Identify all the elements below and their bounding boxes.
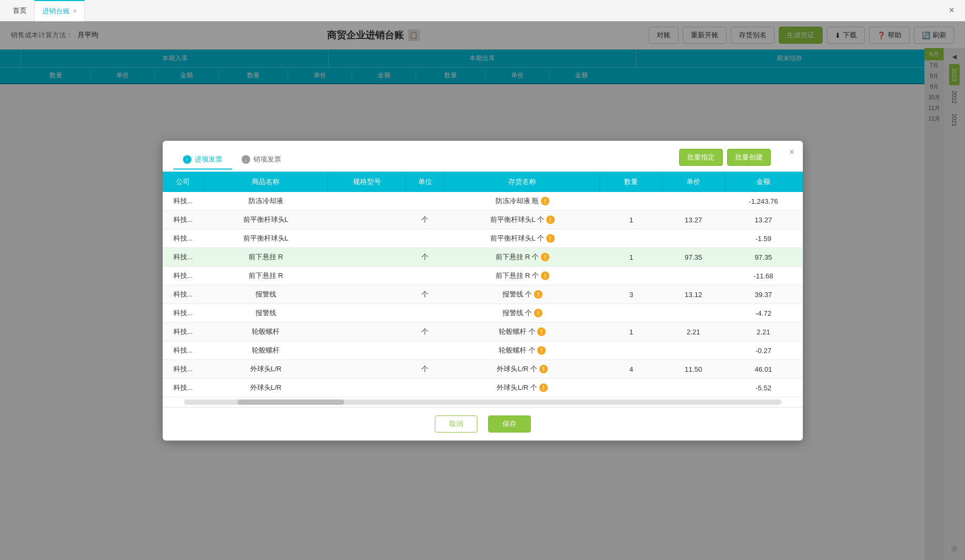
cell-quantity (600, 304, 663, 323)
cell-inventory: 轮毂螺杆 个 ! (444, 341, 600, 360)
cell-company: 科技... (163, 285, 204, 304)
cell-unit (406, 229, 445, 248)
modal-close-button[interactable]: × (789, 147, 795, 157)
cell-unit-price: 13.27 (663, 211, 725, 229)
cell-spec (328, 360, 406, 379)
table-row: 科技...轮毂螺杆轮毂螺杆 个 !-0.27 (163, 341, 803, 360)
inventory-name-text: 外球头L/R 个 (497, 383, 537, 391)
tab-close-icon[interactable]: × (73, 1, 77, 22)
cell-company: 科技... (163, 211, 204, 229)
inventory-name-text: 报警线 个 (503, 290, 532, 298)
cell-amount: 97.35 (724, 248, 802, 267)
cell-quantity (600, 379, 663, 397)
inventory-name-text: 前平衡杆球头L 个 (490, 215, 544, 223)
cancel-button[interactable]: 取消 (435, 415, 477, 433)
cell-unit (406, 304, 445, 323)
table-row: 科技...报警线报警线 个 !-4.72 (163, 304, 803, 323)
cell-inventory: 轮毂螺杆 个 ! (444, 323, 600, 341)
cell-inventory: 防冻冷却液 瓶 ! (444, 192, 600, 211)
cell-unit-price: 11.50 (663, 360, 725, 379)
col-unit: 单位 (406, 172, 445, 192)
modal-table-scroll[interactable]: 公司 商品名称 规格型号 单位 存货名称 数量 单价 金额 科技... (163, 172, 803, 397)
inventory-name-text: 前平衡杆球头L 个 (490, 234, 544, 242)
tab-purchase-invoice[interactable]: ↑ 进项发票 (173, 150, 232, 170)
cell-amount: -0.27 (724, 341, 802, 360)
cell-inventory: 前平衡杆球头L 个 ! (444, 211, 600, 229)
warning-icon: ! (537, 346, 546, 355)
cell-company: 科技... (163, 360, 204, 379)
cell-quantity (600, 341, 663, 360)
batch-assign-button[interactable]: 批量指定 (679, 149, 723, 166)
cell-unit: 个 (406, 285, 445, 304)
inventory-name-text: 报警线 个 (503, 309, 532, 317)
cell-product-name: 报警线 (204, 304, 328, 323)
cell-amount: -11.68 (724, 267, 802, 285)
cell-product-name: 前平衡杆球头L (204, 229, 328, 248)
cell-quantity (600, 229, 663, 248)
table-row: 科技...前平衡杆球头L个前平衡杆球头L 个 !113.2713.27 (163, 211, 803, 229)
cell-amount: 13.27 (724, 211, 802, 229)
window-close-button[interactable]: × (944, 3, 960, 19)
cell-quantity: 3 (600, 285, 663, 304)
warning-icon: ! (541, 271, 549, 280)
col-company: 公司 (163, 172, 204, 192)
cell-inventory: 前下悬挂 R 个 ! (444, 267, 600, 285)
table-row: 科技...防冻冷却液防冻冷却液 瓶 !-1,243.76 (163, 192, 803, 211)
horizontal-scrollbar[interactable] (184, 399, 781, 405)
cell-unit-price: 13.12 (663, 285, 725, 304)
cell-company: 科技... (163, 267, 204, 285)
col-spec: 规格型号 (328, 172, 406, 192)
cell-company: 科技... (163, 304, 204, 323)
warning-icon: ! (539, 365, 548, 373)
cell-unit (406, 267, 445, 285)
inventory-name-text: 前下悬挂 R 个 (496, 253, 539, 261)
cell-unit-price (663, 379, 725, 397)
save-button[interactable]: 保存 (488, 415, 531, 433)
batch-create-button[interactable]: 批量创建 (727, 149, 771, 166)
cell-amount: 2.21 (724, 323, 802, 341)
cell-product-name: 外球头L/R (204, 360, 328, 379)
cell-quantity: 1 (600, 248, 663, 267)
table-row: 科技...外球头L/R外球头L/R 个 !-5.52 (163, 379, 803, 397)
cell-spec (328, 304, 406, 323)
cell-spec (328, 341, 406, 360)
table-row: 科技...轮毂螺杆个轮毂螺杆 个 !12.212.21 (163, 323, 803, 341)
col-unit-price: 单价 (663, 172, 725, 192)
cell-unit: 个 (406, 360, 445, 379)
cell-unit: 个 (406, 323, 445, 341)
inventory-name-text: 前下悬挂 R 个 (496, 271, 539, 279)
cell-product-name: 报警线 (204, 285, 328, 304)
modal-header: ↑ 进项发票 ↓ 销项发票 批量指定 批量创建 × (163, 141, 803, 172)
tab-sales-invoice[interactable]: ↓ 销项发票 (232, 150, 291, 170)
cell-spec (328, 229, 406, 248)
warning-icon: ! (534, 309, 543, 317)
modal-body: 公司 商品名称 规格型号 单位 存货名称 数量 单价 金额 科技... (163, 172, 803, 407)
cell-amount: -1.59 (724, 229, 802, 248)
cell-spec (328, 379, 406, 397)
table-row: 科技...前下悬挂 R个前下悬挂 R 个 !197.3597.35 (163, 248, 803, 267)
warning-icon: ! (537, 327, 546, 336)
col-amount: 金额 (724, 172, 802, 192)
active-tab[interactable]: 进销台账 × (34, 0, 85, 21)
cell-inventory: 报警线 个 ! (444, 304, 600, 323)
cell-unit: 个 (406, 248, 445, 267)
cell-company: 科技... (163, 192, 204, 211)
cell-company: 科技... (163, 229, 204, 248)
cell-unit (406, 379, 445, 397)
cell-product-name: 防冻冷却液 (204, 192, 328, 211)
inventory-name-text: 防冻冷却液 瓶 (496, 197, 539, 205)
cell-unit-price (663, 304, 725, 323)
home-tab[interactable]: 首页 (5, 0, 34, 21)
cell-unit (406, 341, 445, 360)
warning-icon: ! (541, 253, 549, 261)
warning-icon: ! (539, 383, 548, 392)
cell-unit-price (663, 341, 725, 360)
cell-amount: -5.52 (724, 379, 802, 397)
modal-overlay: ↑ 进项发票 ↓ 销项发票 批量指定 批量创建 × (0, 21, 965, 560)
scrollbar-thumb[interactable] (237, 399, 344, 405)
table-row: 科技...前平衡杆球头L前平衡杆球头L 个 !-1.59 (163, 229, 803, 248)
cell-inventory: 外球头L/R 个 ! (444, 360, 600, 379)
cell-inventory: 外球头L/R 个 ! (444, 379, 600, 397)
cell-spec (328, 267, 406, 285)
invoice-modal: ↑ 进项发票 ↓ 销项发票 批量指定 批量创建 × (163, 141, 803, 441)
